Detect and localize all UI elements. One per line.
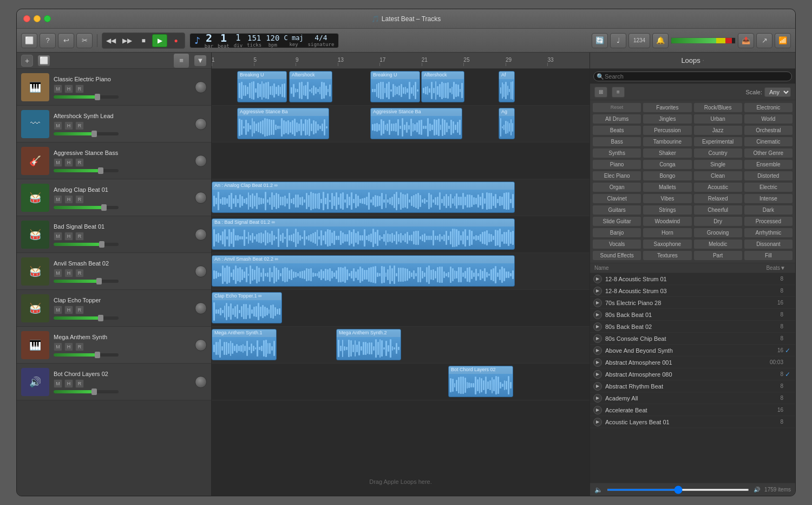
filter-btn-woodwind[interactable]: Woodwind <box>643 216 692 226</box>
track-fader-0[interactable] <box>54 95 119 99</box>
sync-button[interactable]: 🔄 <box>592 33 608 48</box>
track-enable-btn-6[interactable]: R <box>75 306 84 314</box>
loop-item-10[interactable]: ▶ Academy All 8 <box>590 392 795 404</box>
track-volume-knob-7[interactable] <box>195 339 207 351</box>
filter-btn-rock/blues[interactable]: Rock/Blues <box>693 102 743 113</box>
track-volume-knob-3[interactable] <box>195 192 207 204</box>
filter-btn-guitars[interactable]: Guitars <box>592 205 641 215</box>
clip-0-0[interactable]: Breaking U <box>237 71 287 102</box>
track-fader-thumb-8[interactable] <box>91 389 97 395</box>
share-button[interactable]: ↗ <box>756 33 772 48</box>
list-sort-icon[interactable]: ▼ <box>780 265 791 271</box>
filter-btn-strings[interactable]: Strings <box>643 205 692 215</box>
filter-btn-clean[interactable]: Clean <box>693 171 743 181</box>
play-button[interactable]: ▶ <box>152 34 167 47</box>
clip-0-1[interactable]: Aftershock <box>289 71 332 102</box>
loop-item-12[interactable]: ▶ Acoustic Layers Beat 01 8 <box>590 416 795 428</box>
track-mute-btn-8[interactable]: M <box>54 379 62 388</box>
master-volume-bar[interactable] <box>671 37 736 44</box>
loop-play-btn-9[interactable]: ▶ <box>593 382 602 391</box>
loop-play-btn-2[interactable]: ▶ <box>593 299 602 307</box>
track-fader-6[interactable] <box>54 316 119 320</box>
track-enable-btn-8[interactable]: R <box>75 379 84 388</box>
track-solo-btn-8[interactable]: H <box>64 379 73 388</box>
track-solo-btn-0[interactable]: H <box>64 85 73 93</box>
track-row-1[interactable]: Aggressive Stance Ba Aggressive Stance B… <box>212 106 590 143</box>
loop-item-9[interactable]: ▶ Abstract Rhythm Beat 8 <box>590 380 795 392</box>
filter-btn-ensemble[interactable]: Ensemble <box>744 159 793 170</box>
filter-btn-banjo[interactable]: Banjo <box>592 228 641 238</box>
filter-btn-urban[interactable]: Urban <box>693 114 743 124</box>
grid-view-button[interactable]: ⊞ <box>594 87 607 98</box>
loop-item-5[interactable]: ▶ 80s Console Chip Beat 8 <box>590 333 795 345</box>
track-solo-btn-6[interactable]: H <box>64 306 73 314</box>
filter-btn-fill[interactable]: Fill <box>744 250 793 261</box>
midi-button[interactable]: ♩ <box>610 33 626 48</box>
filter-btn-cheerful[interactable]: Cheerful <box>693 205 743 215</box>
clip-6-0[interactable]: Clap Echo Topper.1 ∞ <box>212 292 282 323</box>
filter-btn-vocals[interactable]: Vocals <box>592 239 641 249</box>
filter-btn-experimental[interactable]: Experimental <box>693 137 743 147</box>
filter-btn-favorites[interactable]: Favorites <box>643 102 692 113</box>
track-row-5[interactable]: An : Anvil Smash Beat 02.2 ∞ <box>212 253 590 290</box>
track-row-6[interactable]: Clap Echo Topper.1 ∞ <box>212 290 590 327</box>
filter-btn-bongo[interactable]: Bongo <box>643 171 692 181</box>
track-mute-btn-4[interactable]: M <box>54 232 62 241</box>
filter-button[interactable]: ▼ <box>194 55 207 67</box>
filter-btn-sound-effects[interactable]: Sound Effects <box>592 250 641 261</box>
loop-play-btn-7[interactable]: ▶ <box>593 358 602 367</box>
track-mute-btn-5[interactable]: M <box>54 269 62 277</box>
filter-btn-dark[interactable]: Dark <box>744 205 793 215</box>
track-volume-knob-5[interactable] <box>195 266 207 277</box>
track-fader-thumb-2[interactable] <box>98 167 103 174</box>
filter-btn-part[interactable]: Part <box>693 250 743 261</box>
track-mute-btn-7[interactable]: M <box>54 342 62 351</box>
loop-play-btn-4[interactable]: ▶ <box>593 322 602 331</box>
loop-item-11[interactable]: ▶ Accelerate Beat 16 <box>590 404 795 416</box>
track-volume-knob-2[interactable] <box>195 155 207 167</box>
filter-btn-processed[interactable]: Processed <box>744 216 793 226</box>
filter-btn-shaker[interactable]: Shaker <box>643 148 692 158</box>
loop-play-btn-11[interactable]: ▶ <box>593 406 602 415</box>
clip-0-2[interactable]: Breaking U <box>370 71 420 102</box>
list-view-button[interactable]: ≡ <box>612 87 625 98</box>
loop-play-btn-5[interactable]: ▶ <box>593 334 602 343</box>
track-solo-btn-1[interactable]: H <box>64 121 73 130</box>
clip-3-0[interactable]: An : Analog Clap Beat 01.2 ∞ <box>212 182 515 213</box>
loops-options[interactable]: · <box>703 57 704 63</box>
loop-play-btn-0[interactable]: ▶ <box>593 275 602 283</box>
clip-1-2[interactable]: Ag <box>499 108 515 139</box>
loop-item-7[interactable]: ▶ Abstract Atmosphere 001 00:03 <box>590 357 795 368</box>
loop-play-btn-8[interactable]: ▶ <box>593 370 602 379</box>
track-fader-4[interactable] <box>54 243 119 246</box>
close-button[interactable] <box>23 15 30 22</box>
loop-item-8[interactable]: ▶ Abstract Atmosphere 080 8 ✓ <box>590 368 795 380</box>
add-track-button[interactable]: + <box>21 55 33 67</box>
track-volume-knob-8[interactable] <box>195 376 207 388</box>
track-mute-btn-0[interactable]: M <box>54 85 62 93</box>
clip-0-4[interactable]: Af <box>499 71 515 102</box>
filter-btn-country[interactable]: Country <box>693 148 743 158</box>
filter-btn-other-genre[interactable]: Other Genre <box>744 148 793 158</box>
track-fader-1[interactable] <box>54 132 119 135</box>
loop-play-btn-6[interactable]: ▶ <box>593 346 602 355</box>
filter-btn-all-drums[interactable]: All Drums <box>592 114 641 124</box>
filter-btn-tambourine[interactable]: Tambourine <box>643 137 692 147</box>
track-options-button[interactable]: ≡ <box>173 53 189 68</box>
track-volume-knob-1[interactable] <box>195 118 207 130</box>
track-fader-thumb-7[interactable] <box>95 352 100 358</box>
track-fader-3[interactable] <box>54 206 119 209</box>
filter-btn-orchestral[interactable]: Orchestral <box>744 125 793 135</box>
clip-8-0[interactable]: Bot Chord Layers 02 <box>448 366 513 397</box>
filter-btn-beats[interactable]: Beats <box>592 125 641 135</box>
filter-btn-melodic[interactable]: Melodic <box>693 239 743 249</box>
filter-btn-relaxed[interactable]: Relaxed <box>693 193 743 204</box>
clip-1-1[interactable]: Aggressive Stance Ba <box>370 108 462 139</box>
track-row-2[interactable] <box>212 143 590 179</box>
filter-btn-saxophone[interactable]: Saxophone <box>643 239 692 249</box>
loop-item-3[interactable]: ▶ 80s Back Beat 01 8 <box>590 309 795 321</box>
filter-btn-jazz[interactable]: Jazz <box>693 125 743 135</box>
track-row-4[interactable]: Ba : Bad Signal Beat 01.2 ∞ <box>212 216 590 253</box>
track-enable-btn-0[interactable]: R <box>75 85 84 93</box>
filter-btn-horn[interactable]: Horn <box>643 228 692 238</box>
